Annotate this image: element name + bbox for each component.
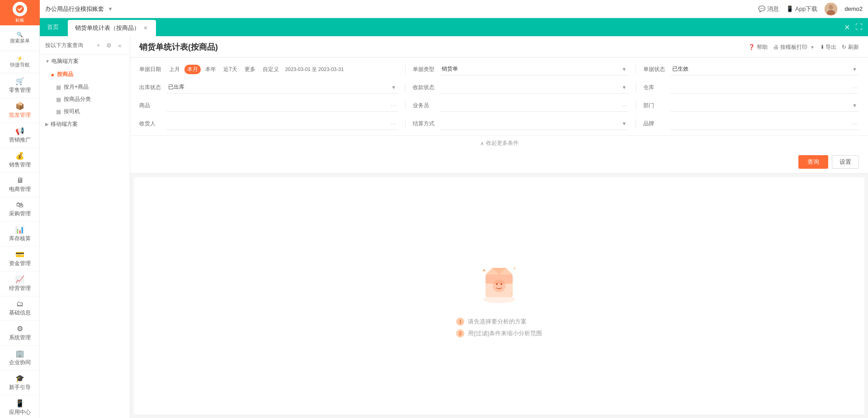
tabs-bar: 首页 销货单统计表（按商品） ✕ ✕ ⛶ xyxy=(40,18,868,36)
sidebar-item-retail[interactable]: 🛒 零售管理 xyxy=(0,73,39,98)
recipient-dots-icon[interactable]: ··· xyxy=(391,120,396,127)
collapse-scheme-button[interactable]: « xyxy=(115,41,124,50)
quick-nav-icon: ⚡ xyxy=(17,56,23,62)
refresh-button[interactable]: ↻ 刷新 xyxy=(842,43,859,51)
settings-button[interactable]: 设置 xyxy=(832,155,859,169)
settlement-arrow-icon[interactable]: ▼ xyxy=(622,121,627,126)
scheme-group-pc-header[interactable]: ▼ 电脑端方案 xyxy=(40,55,130,68)
empty-hint-1: 1 请先选择要分析的方案 xyxy=(456,318,542,326)
query-button[interactable]: 查询 xyxy=(798,155,828,169)
recipient-control[interactable]: ··· xyxy=(166,117,398,130)
app-download-label: App下载 xyxy=(795,5,817,13)
print-button[interactable]: 🖨 按模板打印 ▼ xyxy=(773,43,815,51)
workspace-arrow-icon[interactable]: ▼ xyxy=(108,6,113,12)
sidebar-item-apps[interactable]: 📱 应用中心 xyxy=(0,395,39,418)
message-label: 消息 xyxy=(767,5,779,13)
scheme-item-by-product[interactable]: ● 按商品 xyxy=(40,68,130,81)
doc-type-arrow-icon[interactable]: ▼ xyxy=(622,66,627,72)
brand-dots-icon[interactable]: ··· xyxy=(852,120,857,127)
salesperson-dots-icon[interactable]: ··· xyxy=(621,102,627,109)
sidebar-item-newbie[interactable]: 🎓 新手引导 xyxy=(0,370,39,395)
collapse-bar[interactable]: ∧ 收起更多条件 xyxy=(130,135,868,151)
sidebar-item-marketing[interactable]: 📢 营销推广 xyxy=(0,123,39,148)
sidebar-item-finance-label: 资金管理 xyxy=(9,260,31,267)
sidebar-item-basics[interactable]: 🗂 基础信息 xyxy=(0,296,39,321)
sidebar-item-enterprise[interactable]: 🏢 企业协同 xyxy=(0,346,39,370)
settlement-control[interactable]: ▼ xyxy=(440,117,628,130)
export-label: 导出 xyxy=(826,43,836,51)
date-label: 单据日期 xyxy=(139,66,166,73)
svg-point-7 xyxy=(493,280,505,292)
newbie-icon: 🎓 xyxy=(15,374,24,383)
product-dots-icon[interactable]: ··· xyxy=(391,102,396,109)
salesperson-control[interactable]: ··· xyxy=(440,99,628,112)
close-tab-button[interactable]: ✕ xyxy=(842,21,852,33)
date-pills: 上月 本月 本年 近7天 更多 自定义 xyxy=(166,65,282,74)
filter-doc-status: 单据状态 已生效 ▼ xyxy=(643,63,859,76)
product-control[interactable]: ··· xyxy=(166,99,398,112)
dept-control[interactable]: ▼ xyxy=(670,99,859,112)
tab-close-icon[interactable]: ✕ xyxy=(142,24,149,32)
by-category-icon: ▦ xyxy=(56,96,61,103)
sidebar-item-system[interactable]: ⚙ 系统管理 xyxy=(0,321,39,346)
scheme-group-mobile: ▶ 移动端方案 xyxy=(40,118,130,131)
tab-home[interactable]: 首页 xyxy=(40,18,66,36)
fullscreen-button[interactable]: ⛶ xyxy=(854,21,864,33)
dept-arrow-icon[interactable]: ▼ xyxy=(852,103,857,108)
brand-control[interactable]: ··· xyxy=(670,117,859,130)
scheme-item-by-category[interactable]: ▦ 按商品分类 xyxy=(40,93,130,105)
payment-arrow-icon[interactable]: ▼ xyxy=(622,85,627,90)
avatar-image xyxy=(825,3,837,15)
warehouse-dots-icon[interactable]: ··· xyxy=(852,84,857,91)
logo[interactable]: 标账 xyxy=(0,0,40,25)
date-range-value: 2023-03-01 至 2023-03-31 xyxy=(285,66,344,73)
doc-status-arrow-icon[interactable]: ▼ xyxy=(852,66,857,72)
out-status-control[interactable]: 已出库 ▼ xyxy=(166,81,398,94)
out-status-arrow-icon[interactable]: ▼ xyxy=(391,85,396,90)
date-pill-custom[interactable]: 自定义 xyxy=(260,65,282,74)
settings-scheme-button[interactable]: ⚙ xyxy=(104,41,113,50)
payment-control[interactable]: ▼ xyxy=(440,81,628,94)
export-button[interactable]: ⬇ 导出 xyxy=(820,43,836,51)
mobile-group-label: 移动端方案 xyxy=(51,120,78,128)
by-product-icon: ● xyxy=(51,71,54,78)
scheme-item-by-driver[interactable]: ▦ 按司机 xyxy=(40,105,130,118)
date-pill-last-month[interactable]: 上月 xyxy=(166,65,183,74)
sidebar-item-sales[interactable]: 💰 销售管理 xyxy=(0,148,39,173)
date-pill-this-year[interactable]: 本年 xyxy=(203,65,219,74)
scheme-group-pc: ▼ 电脑端方案 ● 按商品 ▦ 按月+商品 ▦ 按商品分类 ▦ 按司机 xyxy=(40,55,130,118)
filter-row-1: 单据日期 上月 本月 本年 近7天 更多 自定义 2023-03-01 至 20… xyxy=(139,63,859,76)
collapse-label: 收起更多条件 xyxy=(486,139,519,147)
help-button[interactable]: ❓ 帮助 xyxy=(748,43,768,51)
by-driver-label: 按司机 xyxy=(64,108,80,115)
divider-3 xyxy=(405,83,406,92)
doc-status-control[interactable]: 已生效 ▼ xyxy=(670,63,859,76)
settlement-label: 结算方式 xyxy=(413,120,440,128)
sales-icon: 💰 xyxy=(15,152,24,160)
search-menu-button[interactable]: 🔍 搜索菜单 xyxy=(0,29,39,47)
message-button[interactable]: 💬 消息 xyxy=(758,5,779,13)
refresh-icon: ↻ xyxy=(842,44,846,50)
quick-nav-button[interactable]: ⚡ 快捷导航 xyxy=(0,53,39,71)
scheme-item-by-month-product[interactable]: ▦ 按月+商品 xyxy=(40,81,130,93)
sidebar-item-ecommerce[interactable]: 🖥 电商管理 xyxy=(0,173,39,197)
add-scheme-button[interactable]: ＋ xyxy=(94,41,103,50)
svg-text:✦: ✦ xyxy=(513,266,516,271)
user-avatar[interactable] xyxy=(825,3,837,15)
scheme-group-mobile-header[interactable]: ▶ 移动端方案 xyxy=(40,118,130,131)
by-product-label: 按商品 xyxy=(57,71,73,78)
warehouse-control[interactable]: ··· xyxy=(670,81,859,94)
topbar: 办公用品行业模拟账套 ▼ 💬 消息 📱 App下载 xyxy=(40,0,868,18)
date-pill-more[interactable]: 更多 xyxy=(242,65,258,74)
doc-type-control[interactable]: 销货单 ▼ xyxy=(440,63,628,76)
sidebar-item-operations[interactable]: 📈 经营管理 xyxy=(0,271,39,296)
sidebar-item-wholesale[interactable]: 📦 批发管理 xyxy=(0,98,39,123)
tab-sales-stat-label: 销货单统计表（按商品） xyxy=(75,24,140,32)
app-download-button[interactable]: 📱 App下载 xyxy=(786,5,817,13)
sidebar-item-inventory[interactable]: 📊 库存核算 xyxy=(0,222,39,247)
tab-sales-stat[interactable]: 销货单统计表（按商品） ✕ xyxy=(68,20,156,36)
date-pill-7days[interactable]: 近7天 xyxy=(221,65,240,74)
sidebar-item-purchase[interactable]: 🛍 采购管理 xyxy=(0,197,39,222)
date-pill-this-month[interactable]: 本月 xyxy=(184,65,201,74)
sidebar-item-finance[interactable]: 💳 资金管理 xyxy=(0,247,39,271)
